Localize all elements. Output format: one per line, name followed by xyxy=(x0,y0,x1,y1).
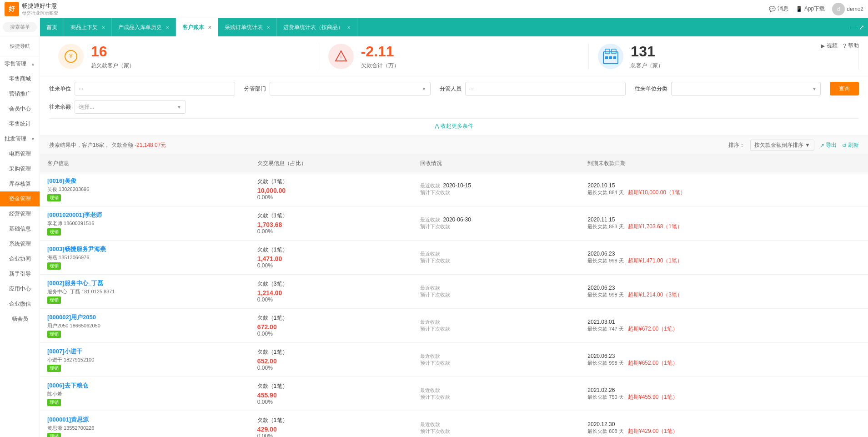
recovery-label2-6: 预计下次收款 xyxy=(420,394,450,400)
debt-amount-7[interactable]: 429.00 xyxy=(257,426,406,433)
debt-amount-4[interactable]: 672.00 xyxy=(257,323,406,331)
source-unit-input[interactable]: ··· xyxy=(75,82,235,95)
filter-row-2: 往来余额 选择... ▼ xyxy=(49,100,859,114)
cell-due-date-6: 2021.02.26 最长欠款 750 天 超期¥455.90（1笔） xyxy=(580,377,868,411)
search-button[interactable]: 查询 xyxy=(830,82,859,95)
sidebar-item-finance[interactable]: 资金管理 xyxy=(0,191,40,206)
stat-total-customers-info: 131 总客户（家） xyxy=(631,43,663,70)
tab-customer-account[interactable]: 客户账本 ✕ xyxy=(176,18,218,36)
balance-select[interactable]: 选择... ▼ xyxy=(75,100,186,114)
customer-name-1[interactable]: [0001020001]李老师 xyxy=(47,211,243,219)
recovery-info-5: 最近收款 xyxy=(420,353,573,360)
message-button[interactable]: 💬 消息 xyxy=(769,5,788,13)
tab-close-icon[interactable]: ✕ xyxy=(208,25,211,30)
export-button[interactable]: ↗ 导出 xyxy=(820,141,837,149)
sidebar-item-operation[interactable]: 经营管理 xyxy=(0,206,40,221)
tab-close-icon[interactable]: ✕ xyxy=(101,25,105,30)
sidebar-item-label: 零售统计 xyxy=(9,120,31,128)
col-debt-info: 欠交易信息（占比） xyxy=(250,155,413,172)
sidebar-item-new-guide[interactable]: 新手引导 xyxy=(0,266,40,281)
debt-amount-0[interactable]: 10,000.00 xyxy=(257,187,406,194)
filter-source-unit: 往来单位 ··· xyxy=(49,82,235,95)
sidebar-item-app-center[interactable]: 应用中心 xyxy=(0,281,40,296)
overdue-amount-4[interactable]: 超期¥672.00（1笔） xyxy=(628,326,678,332)
filter-dept: 分管部门 ▼ xyxy=(244,82,430,95)
help-button[interactable]: ? 帮助 xyxy=(843,42,859,50)
sidebar-item-label: 企业协同 xyxy=(9,255,31,263)
overdue-days-0: 最长欠款 884 天 超期¥10,000.00（1笔） xyxy=(587,189,861,196)
user-button[interactable]: d demo2 xyxy=(832,3,863,15)
recovery-date-6 xyxy=(442,387,443,393)
sidebar-item-member-center[interactable]: 会员中心 xyxy=(0,101,40,116)
cell-debt-info-2: 欠款（1笔） 1,471.00 0.00% xyxy=(250,241,413,275)
tab-close-icon[interactable]: ✕ xyxy=(266,25,270,30)
sidebar-item-retail-mall[interactable]: 零售商城 xyxy=(0,71,40,86)
tab-inbound-stats[interactable]: 进货单统计表（按商品） ✕ xyxy=(277,18,357,36)
tab-product-listing[interactable]: 商品上下架 ✕ xyxy=(64,18,112,36)
customer-name-7[interactable]: [000001]黄思源 xyxy=(47,416,243,424)
tab-close-icon[interactable]: ✕ xyxy=(166,25,169,30)
debt-amount-3[interactable]: 1,214.00 xyxy=(257,289,406,296)
recovery-label2-7: 预计下次收款 xyxy=(420,428,450,434)
tab-purchase-stats[interactable]: 采购订单统计表 ✕ xyxy=(218,18,277,36)
debt-amount-6[interactable]: 455.90 xyxy=(257,392,406,399)
due-date-0: 2020.10.15 xyxy=(587,182,861,189)
customer-tag-0: 现销 xyxy=(47,194,61,201)
sidebar-item-system[interactable]: 系统管理 xyxy=(0,236,40,251)
recovery-date-2 xyxy=(442,251,443,257)
sidebar-item-enterprise-collab[interactable]: 企业协同 xyxy=(0,251,40,266)
app-download-button[interactable]: 📱 App下载 xyxy=(796,5,825,13)
svg-rect-8 xyxy=(613,56,616,59)
customer-name-3[interactable]: [0002]服务中心_丁磊 xyxy=(47,279,243,287)
sidebar-search[interactable]: 搜索菜单 xyxy=(0,18,40,36)
customer-name-0[interactable]: [0016]吴俊 xyxy=(47,177,243,185)
filter-unit-class: 往来单位分类 ▼ xyxy=(635,82,821,95)
video-label: 视频 xyxy=(827,42,838,50)
sidebar-item-retail-management[interactable]: 零售管理 ▲ xyxy=(0,56,40,71)
overdue-amount-6[interactable]: 超期¥455.90（1笔） xyxy=(628,394,678,400)
debt-ratio-5: 0.00% xyxy=(257,365,406,371)
sidebar-item-label: 营销推广 xyxy=(9,90,31,98)
tab-product-inbound[interactable]: 产成品入库单历史 ✕ xyxy=(112,18,176,36)
tab-close-icon[interactable]: ✕ xyxy=(347,25,351,30)
overdue-amount-0[interactable]: 超期¥10,000.00（1笔） xyxy=(628,189,686,196)
customer-name-2[interactable]: [0003]畅捷服务尹海燕 xyxy=(47,245,243,253)
overdue-amount-7[interactable]: 超期¥429.00（1笔） xyxy=(628,428,678,434)
unit-class-select[interactable]: ▼ xyxy=(671,82,821,95)
table-container: 客户信息 欠交易信息（占比） 回收情况 到期未收款日期 [0016]吴俊 吴俊 … xyxy=(40,155,868,437)
person-input[interactable]: ··· xyxy=(465,82,626,95)
message-label: 消息 xyxy=(778,5,788,13)
search-menu-input[interactable]: 搜索菜单 xyxy=(3,22,37,32)
sidebar-item-retail-stats[interactable]: 零售统计 xyxy=(0,116,40,131)
sidebar-item-basic-info[interactable]: 基础信息 xyxy=(0,221,40,236)
debt-amount-5[interactable]: 652.00 xyxy=(257,357,406,365)
sidebar-item-ecommerce[interactable]: 电商管理 xyxy=(0,146,40,161)
refresh-button[interactable]: ↺ 刷新 xyxy=(842,141,859,149)
tab-collapse-icon[interactable]: — xyxy=(851,24,857,31)
sidebar-item-wholesale-management[interactable]: 批发管理 ▼ xyxy=(0,131,40,146)
collapse-filter-button[interactable]: ⋀ 收起更多条件 xyxy=(49,118,859,130)
sidebar-item-quick-nav[interactable]: 快捷导航 xyxy=(0,39,40,53)
overdue-amount-2[interactable]: 超期¥1,471.00（1笔） xyxy=(628,257,682,264)
sort-select[interactable]: 按欠款金额倒序排序 ▼ xyxy=(750,140,814,151)
customer-name-5[interactable]: [0007]小进干 xyxy=(47,347,243,356)
sidebar-item-inventory[interactable]: 库存核算 xyxy=(0,176,40,191)
dept-select[interactable]: ▼ xyxy=(270,82,430,95)
overdue-amount-1[interactable]: 超期¥1,703.68（1笔） xyxy=(628,223,682,230)
customer-contact-5: 小进干 18279152100 xyxy=(47,357,243,363)
tab-expand-icon[interactable]: ⤢ xyxy=(859,24,864,31)
tab-bar: 首页 商品上下架 ✕ 产成品入库单历史 ✕ 客户账本 ✕ 采购订单统计表 ✕ xyxy=(40,18,868,36)
customer-name-6[interactable]: [0006]去下粮仓 xyxy=(47,382,243,390)
overdue-amount-5[interactable]: 超期¥652.00（1笔） xyxy=(628,360,678,366)
tab-home[interactable]: 首页 xyxy=(40,18,64,36)
customer-name-4[interactable]: [000002]用户2050 xyxy=(47,313,243,321)
sidebar-item-purchase[interactable]: 采购管理 xyxy=(0,161,40,176)
video-button[interactable]: ▶ 视频 xyxy=(821,42,838,50)
debt-amount-2[interactable]: 1,471.00 xyxy=(257,255,406,262)
sidebar-item-chang-member[interactable]: 畅会员 xyxy=(0,311,40,326)
sidebar-item-marketing[interactable]: 营销推广 xyxy=(0,86,40,101)
recovery-label1-7: 最近收款 xyxy=(420,422,440,427)
sidebar-item-enterprise-wechat[interactable]: 企业微信 xyxy=(0,296,40,311)
overdue-amount-3[interactable]: 超期¥1,214.00（3笔） xyxy=(628,291,682,298)
debt-amount-1[interactable]: 1,703.68 xyxy=(257,221,406,228)
